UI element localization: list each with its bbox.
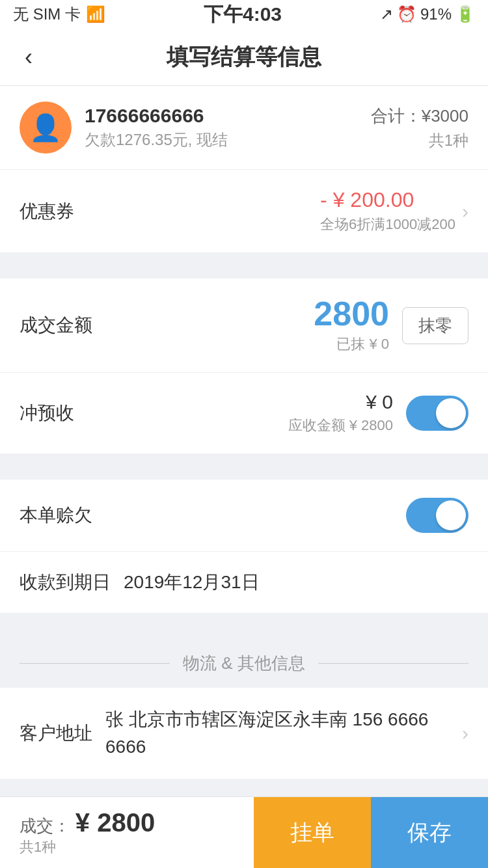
user-row: 👤 17666666666 欠款1276.35元, 现结 合计：¥3000 共1…	[0, 86, 488, 169]
bottom-count: 共1种	[20, 837, 234, 857]
coupon-info: - ¥ 200.00 全场6折满1000减200	[320, 188, 455, 234]
debt-row: 本单赊欠	[0, 480, 488, 551]
debt-toggle[interactable]	[406, 498, 468, 533]
bottom-deal-row: 成交： ¥ 2800	[20, 808, 234, 837]
coupon-chevron-icon: ›	[462, 200, 468, 223]
advance-right: ¥ 0 应收金额 ¥ 2800	[288, 391, 468, 435]
status-right: ↗ ⏰ 91% 🔋	[380, 5, 475, 23]
section-divider-2	[0, 467, 488, 480]
location-icon: ↗	[380, 5, 393, 23]
advance-sub: 应收金额 ¥ 2800	[288, 416, 393, 435]
coupon-row[interactable]: 优惠券 - ¥ 200.00 全场6折满1000减200 ›	[0, 169, 488, 252]
status-bar: 无 SIM 卡 📶 下午4:03 ↗ ⏰ 91% 🔋	[0, 0, 488, 29]
back-button[interactable]: ‹	[18, 37, 39, 77]
amount-card: 成交金额 2800 已抹 ¥ 0 抹零 冲预收 ¥ 0 应收金额 ¥ 2800	[0, 278, 488, 454]
advance-amount-col: ¥ 0 应收金额 ¥ 2800	[288, 391, 393, 435]
advance-row: 冲预收 ¥ 0 应收金额 ¥ 2800	[0, 372, 488, 454]
bottom-deal-label: 成交：	[20, 816, 70, 835]
debt-card: 本单赊欠 收款到期日 2019年12月31日	[0, 480, 488, 613]
no-sim-text: 无 SIM 卡	[13, 4, 81, 25]
user-left: 👤 17666666666 欠款1276.35元, 现结	[20, 102, 228, 154]
advance-label: 冲预收	[20, 401, 74, 426]
due-label: 收款到期日	[20, 570, 111, 595]
save-button[interactable]: 保存	[371, 797, 488, 869]
user-right: 合计：¥3000 共1种	[371, 105, 468, 151]
address-label: 客户地址	[20, 721, 92, 746]
address-chevron-icon: ›	[462, 722, 468, 744]
coupon-desc: 全场6折满1000减200	[320, 215, 455, 234]
user-sub: 欠款1276.35元, 现结	[85, 129, 228, 150]
amount-col: 2800 已抹 ¥ 0	[314, 297, 389, 354]
avatar: 👤	[20, 102, 72, 154]
wifi-icon: 📶	[86, 5, 105, 23]
user-info-card: 👤 17666666666 欠款1276.35元, 现结 合计：¥3000 共1…	[0, 86, 488, 252]
status-left: 无 SIM 卡 📶	[13, 4, 105, 25]
amount-right: 2800 已抹 ¥ 0 抹零	[314, 297, 468, 354]
amount-label: 成交金额	[20, 313, 92, 338]
amount-sub: 已抹 ¥ 0	[314, 334, 389, 354]
due-date-row: 收款到期日 2019年12月31日	[0, 551, 488, 613]
amount-row: 成交金额 2800 已抹 ¥ 0 抹零	[0, 278, 488, 372]
coupon-label: 优惠券	[20, 199, 74, 224]
logistics-header: 物流 & 其他信息	[0, 639, 488, 688]
content-area: 👤 17666666666 欠款1276.35元, 现结 合计：¥3000 共1…	[0, 86, 488, 868]
advance-toggle[interactable]	[406, 396, 468, 431]
user-phone: 17666666666	[85, 105, 228, 127]
due-value: 2019年12月31日	[124, 570, 260, 595]
address-row[interactable]: 客户地址 张 北京市市辖区海淀区永丰南 156 6666 6666 ›	[0, 688, 488, 779]
address-card[interactable]: 客户地址 张 北京市市辖区海淀区永丰南 156 6666 6666 ›	[0, 688, 488, 779]
bottom-amount: ¥ 2800	[75, 808, 155, 837]
bottom-bar: 成交： ¥ 2800 共1种 挂单 保存	[0, 796, 488, 868]
total-label: 合计：¥3000	[371, 105, 468, 128]
coupon-right: - ¥ 200.00 全场6折满1000减200 ›	[320, 188, 468, 234]
logistics-line-right	[318, 663, 468, 664]
battery-icon: 🔋	[455, 5, 475, 23]
section-divider-3	[0, 626, 488, 639]
logistics-line-left	[20, 663, 170, 664]
hang-order-button[interactable]: 挂单	[254, 797, 371, 869]
total-count: 共1种	[371, 130, 468, 151]
coupon-amount: - ¥ 200.00	[320, 188, 455, 212]
round-zero-button[interactable]: 抹零	[402, 307, 468, 344]
section-divider-1	[0, 265, 488, 278]
alarm-icon: ⏰	[397, 5, 416, 23]
nav-bar: ‹ 填写结算等信息	[0, 29, 488, 86]
page-title: 填写结算等信息	[167, 42, 321, 72]
user-info: 17666666666 欠款1276.35元, 现结	[85, 105, 228, 150]
logistics-text: 物流 & 其他信息	[183, 652, 305, 675]
advance-amount: ¥ 0	[288, 391, 393, 413]
amount-value: 2800	[314, 297, 389, 331]
address-value: 张 北京市市辖区海淀区永丰南 156 6666 6666	[105, 706, 462, 761]
debt-label: 本单赊欠	[20, 503, 92, 528]
status-time: 下午4:03	[204, 1, 282, 28]
bottom-summary: 成交： ¥ 2800 共1种	[0, 808, 254, 857]
battery-text: 91%	[420, 5, 452, 23]
